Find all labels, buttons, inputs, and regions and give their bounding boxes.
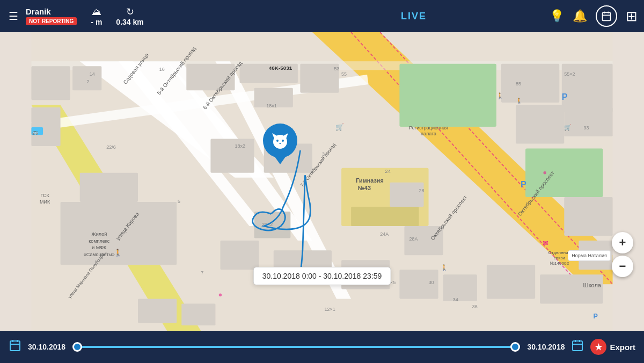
- distance-info: ↻ 0.34 km: [116, 6, 143, 26]
- timeline-bar: 30.10.2018 30.10.2018 ★ Export: [0, 331, 644, 363]
- header-right: 💡 🔔 ⊞: [550, 5, 638, 27]
- svg-text:🚶: 🚶: [441, 264, 448, 271]
- speed-value: - m: [91, 18, 102, 26]
- svg-text:🚌: 🚌: [32, 129, 39, 135]
- zoom-out-button[interactable]: −: [612, 256, 633, 277]
- distance-value: 0.34 km: [116, 18, 143, 26]
- svg-text:3: 3: [322, 151, 325, 157]
- svg-text:Регистрационная: Регистрационная: [409, 125, 448, 130]
- mountain-icon: ⛰: [92, 6, 101, 18]
- svg-rect-33: [80, 173, 138, 202]
- timeline-handle-left[interactable]: [72, 342, 82, 352]
- svg-text:28: 28: [419, 188, 425, 193]
- svg-rect-38: [443, 274, 477, 301]
- timeline-start-date: 30.10.2018: [28, 343, 71, 351]
- svg-text:связи: связи: [554, 256, 565, 260]
- svg-text:P: P: [562, 92, 568, 101]
- svg-text:🛒: 🛒: [335, 123, 344, 132]
- svg-text:🚶: 🚶: [114, 249, 122, 257]
- device-name: Dranik: [26, 7, 77, 16]
- zoom-controls: + −: [612, 232, 633, 277]
- svg-rect-44: [390, 183, 423, 207]
- calendar-icon-button[interactable]: [596, 5, 617, 27]
- svg-text:24: 24: [385, 168, 391, 174]
- svg-text:✉: ✉: [543, 239, 548, 247]
- export-star-icon: ★: [590, 339, 606, 355]
- svg-text:28A: 28A: [409, 236, 418, 242]
- svg-text:комплекс: комплекс: [89, 238, 109, 244]
- svg-text:14: 14: [90, 71, 95, 77]
- svg-text:16: 16: [159, 67, 165, 72]
- live-label: LIVE: [401, 11, 427, 22]
- speed-info: ⛰ - m: [91, 6, 102, 26]
- cat-avatar: [263, 124, 297, 158]
- svg-rect-41: [138, 299, 177, 323]
- svg-rect-24: [562, 64, 613, 112]
- svg-text:55×2: 55×2: [564, 71, 575, 77]
- svg-rect-22: [399, 64, 496, 127]
- svg-rect-21: [300, 64, 339, 93]
- export-label: Export: [610, 343, 635, 352]
- svg-text:«Самоцветы»: «Самоцветы»: [84, 252, 115, 257]
- header-left: ☰ Dranik NOT REPORTING ⛰ - m ↻ 0.34 km: [6, 6, 278, 26]
- timeline-calendar-right-icon[interactable]: [571, 339, 584, 355]
- svg-rect-25: [516, 105, 564, 143]
- svg-point-109: [219, 294, 222, 296]
- hamburger-icon[interactable]: ☰: [6, 8, 20, 25]
- svg-text:🛒: 🛒: [564, 124, 572, 131]
- svg-text:36: 36: [472, 304, 478, 309]
- svg-text:12×1: 12×1: [325, 307, 335, 312]
- timeline-calendar-left-icon[interactable]: [9, 339, 21, 355]
- svg-text:5: 5: [178, 199, 180, 204]
- cat-marker: [263, 124, 297, 158]
- svg-text:P: P: [521, 179, 526, 189]
- timeline-track: [77, 346, 515, 348]
- svg-text:палата: палата: [421, 131, 437, 136]
- date-tooltip: 30.10.2018 0:00 - 30.10.2018 23:59: [253, 267, 391, 285]
- svg-rect-42: [181, 303, 215, 325]
- header-center: LIVE: [278, 11, 550, 22]
- svg-rect-23: [501, 64, 559, 103]
- export-button[interactable]: ★ Export: [590, 339, 635, 355]
- svg-text:Гимназия: Гимназия: [356, 177, 384, 184]
- timeline-slider[interactable]: [77, 342, 515, 352]
- svg-rect-34: [220, 241, 259, 270]
- zoom-in-button[interactable]: +: [612, 232, 633, 253]
- tooltip-text: 30.10.2018 0:00 - 30.10.2018 23:59: [262, 272, 382, 280]
- norma-text: Норма Наталия: [572, 253, 607, 258]
- school-text: Школа: [583, 282, 601, 288]
- header: ☰ Dranik NOT REPORTING ⛰ - m ↻ 0.34 km L…: [0, 0, 644, 32]
- svg-rect-39: [487, 265, 535, 299]
- svg-text:93: 93: [583, 125, 589, 130]
- svg-text:30: 30: [429, 280, 434, 285]
- svg-point-113: [276, 140, 279, 142]
- svg-text:24A: 24A: [380, 231, 389, 237]
- map-container: P P P 🛒 🛒 🚶 🚶 🚶 🚶 🚌 ✉ Садовая улица 5-й …: [0, 32, 644, 331]
- svg-text:34: 34: [453, 297, 458, 302]
- svg-text:2: 2: [86, 79, 89, 84]
- not-reporting-badge: NOT REPORTING: [26, 17, 77, 25]
- device-info: Dranik NOT REPORTING: [26, 7, 77, 25]
- svg-rect-28: [210, 139, 254, 173]
- svg-text:Жилой: Жилой: [91, 231, 107, 237]
- svg-rect-26: [564, 107, 612, 136]
- svg-rect-0: [603, 12, 611, 20]
- svg-text:и МФК: и МФК: [92, 245, 107, 250]
- route-icon: ↻: [126, 6, 134, 18]
- svg-text:Отделение: Отделение: [548, 250, 571, 255]
- svg-rect-40: [540, 274, 603, 303]
- grid-icon[interactable]: ⊞: [626, 8, 638, 25]
- norma-label: Норма Наталия: [568, 250, 611, 261]
- svg-text:ГСК: ГСК: [41, 193, 50, 198]
- svg-text:18х1: 18х1: [266, 103, 277, 108]
- bell-icon[interactable]: 🔔: [573, 9, 587, 23]
- svg-point-114: [282, 140, 284, 142]
- lightbulb-icon[interactable]: 💡: [550, 9, 564, 23]
- timeline-handle-right[interactable]: [510, 342, 520, 352]
- svg-text:53: 53: [334, 66, 340, 71]
- school-label: Школа: [583, 281, 601, 289]
- svg-point-108: [543, 171, 546, 174]
- svg-rect-17: [31, 107, 60, 146]
- svg-text:P: P: [593, 313, 597, 320]
- svg-text:МИК: МИК: [40, 199, 50, 205]
